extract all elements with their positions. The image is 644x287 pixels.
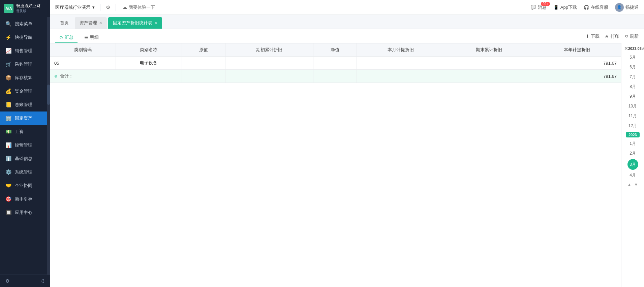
col-name: 类别名称 [116, 43, 182, 57]
messages-btn[interactable]: 💬 消息 99+ [531, 4, 547, 10]
sales-icon: 📈 [5, 48, 11, 54]
col-net: 净值 [313, 43, 357, 57]
date-nav-up[interactable]: ▲ [627, 182, 632, 187]
company-name: 医疗器械行业演示 [55, 4, 90, 10]
settings-footer-icon[interactable]: ⚙ [5, 278, 10, 284]
sidebar-label-enterprise: 企业协同 [15, 183, 32, 189]
row-init-dep [225, 57, 313, 70]
toolbar-right: ⬇ 下载 🖨 打印 ↻ 刷新 [586, 33, 639, 42]
salary-icon: 💵 [5, 129, 11, 135]
settings-icon[interactable]: ⚙ [106, 4, 110, 10]
tab-asset-mgmt[interactable]: 资产管理 ✕ [75, 17, 107, 29]
sidebar-item-quick-nav[interactable]: ⚡ 快捷导航 [0, 31, 47, 44]
sidebar-item-search[interactable]: 🔍 搜索菜单 [0, 17, 47, 31]
sidebar-scrollbar[interactable] [47, 17, 50, 275]
sub-tab-detail[interactable]: ☰ 明细 [80, 32, 103, 43]
sidebar-header: AtA 畅捷通好业财 普及版 [0, 0, 50, 17]
date-month-7[interactable]: 7月 [621, 72, 644, 82]
sidebar-label-finance: 资金管理 [15, 88, 32, 94]
sidebar-label-ledger: 总账管理 [15, 102, 32, 108]
date-month-5[interactable]: 5月 [621, 53, 644, 62]
date-month-8[interactable]: 8月 [621, 82, 644, 92]
col-end-dep: 期末累计折旧 [445, 43, 533, 57]
row-month-dep [357, 57, 445, 70]
sidebar-item-finance[interactable]: 💰 资金管理 [0, 85, 47, 98]
year-2023-label: 2023 [626, 132, 639, 137]
date-month-9[interactable]: 9月 [621, 92, 644, 101]
online-service-btn[interactable]: 🎧 在线客服 [584, 4, 608, 10]
sidebar-item-guide[interactable]: 🎯 新手引导 [0, 192, 47, 206]
date-panel-year-label: 2023.03 [628, 46, 642, 51]
sidebar-label-purchase: 采购管理 [15, 61, 32, 67]
date-month-2023-2[interactable]: 2月 [621, 149, 644, 158]
date-panel-close-btn[interactable]: ✕ [624, 46, 628, 51]
experience-icon: ☁ [123, 5, 127, 10]
ledger-icon: 📒 [5, 102, 11, 108]
refresh-icon: ↻ [625, 34, 628, 39]
col-code: 类别编码 [50, 43, 116, 57]
sidebar-item-sales[interactable]: 📈 销售管理 [0, 44, 47, 58]
app-center-icon: 🔲 [5, 210, 11, 216]
print-btn[interactable]: 🖨 打印 [605, 33, 619, 39]
sidebar-item-app-center[interactable]: 🔲 应用中心 [0, 206, 47, 219]
refresh-label: 刷新 [630, 33, 639, 39]
sidebar-item-purchase[interactable]: 🛒 采购管理 [0, 58, 47, 71]
user-menu[interactable]: 👤 畅捷通 [615, 3, 639, 12]
date-panel-expand-btn[interactable]: ⤢ [642, 46, 644, 51]
print-label: 打印 [611, 33, 619, 39]
app-subtitle: 普及版 [16, 9, 40, 13]
date-month-2023-3[interactable]: 3月 [627, 159, 638, 170]
sidebar-item-system[interactable]: ⚙️ 系统管理 [0, 165, 47, 179]
sidebar-item-enterprise[interactable]: 🤝 企业协同 [0, 179, 47, 192]
date-month-12[interactable]: 12月 [621, 121, 644, 131]
avatar: 👤 [615, 3, 624, 12]
date-month-2023-1[interactable]: 1月 [621, 139, 644, 149]
company-selector[interactable]: 医疗器械行业演示 ▾ [55, 4, 95, 10]
collapse-icon[interactable]: ⟨⟩ [41, 278, 44, 284]
tab-asset-mgmt-close[interactable]: ✕ [99, 21, 102, 25]
tab-home[interactable]: 首页 [55, 17, 73, 29]
date-month-2023-4[interactable]: 4月 [621, 170, 644, 180]
sub-tab-summary[interactable]: ⊙ 汇总 [55, 32, 78, 43]
refresh-btn[interactable]: ↻ 刷新 [625, 33, 639, 39]
sidebar-item-ledger[interactable]: 📒 总账管理 [0, 98, 47, 111]
topbar-divider-1 [100, 4, 100, 11]
experience-btn[interactable]: ☁ 我要体验一下 [123, 4, 155, 10]
phone-icon: 📱 [553, 5, 559, 10]
sidebar-item-salary[interactable]: 💵 工资 [0, 125, 47, 138]
sidebar-item-inventory[interactable]: 📦 库存核算 [0, 71, 47, 85]
sidebar-item-basic-info[interactable]: ℹ️ 基础信息 [0, 152, 47, 165]
topbar-divider-2 [116, 4, 116, 11]
date-nav-down[interactable]: ▼ [634, 182, 638, 187]
tab-fixed-asset-dep[interactable]: 固定资产折旧统计表 ✕ [108, 17, 162, 29]
date-month-10[interactable]: 10月 [621, 101, 644, 111]
col-original: 原值 [182, 43, 225, 57]
date-month-6[interactable]: 6月 [621, 62, 644, 72]
sidebar-label-sales: 销售管理 [15, 48, 32, 54]
guide-icon: 🎯 [5, 196, 11, 202]
app-download-btn[interactable]: 📱 App下载 [553, 4, 577, 10]
download-btn[interactable]: ⬇ 下载 [586, 33, 600, 39]
detail-icon: ☰ [84, 35, 88, 40]
company-dropdown-icon: ▾ [92, 5, 95, 10]
total-label: ⊕ 合计： [50, 70, 182, 83]
basic-info-icon: ℹ️ [5, 156, 11, 162]
sub-tab-detail-label: 明细 [90, 34, 99, 40]
year-badge[interactable]: 2023 [626, 132, 639, 137]
system-icon: ⚙️ [5, 169, 11, 175]
sidebar-item-operations[interactable]: 📊 经营管理 [0, 138, 47, 152]
tab-fixed-asset-dep-close[interactable]: ✕ [154, 21, 157, 25]
print-icon: 🖨 [605, 34, 609, 39]
total-month-dep [357, 70, 445, 83]
app-logo: AtA [4, 4, 13, 13]
username: 畅捷通 [625, 4, 639, 10]
sidebar-label-app-center: 应用中心 [15, 210, 32, 216]
sidebar-label-salary: 工资 [15, 129, 24, 135]
sidebar-item-fixed-asset[interactable]: 🏢 固定资产 [0, 111, 47, 125]
col-year-dep: 本年计提折旧 [533, 43, 621, 57]
tab-fixed-asset-dep-label: 固定资产折旧统计表 [113, 20, 152, 26]
app-title: 畅捷通好业财 [16, 3, 40, 9]
date-month-11[interactable]: 11月 [621, 111, 644, 121]
table-total-row: ⊕ 合计： 791.67 [50, 70, 621, 83]
main-area: 医疗器械行业演示 ▾ ⚙ ☁ 我要体验一下 💬 消息 99+ 📱 App下载 🎧… [50, 0, 644, 287]
